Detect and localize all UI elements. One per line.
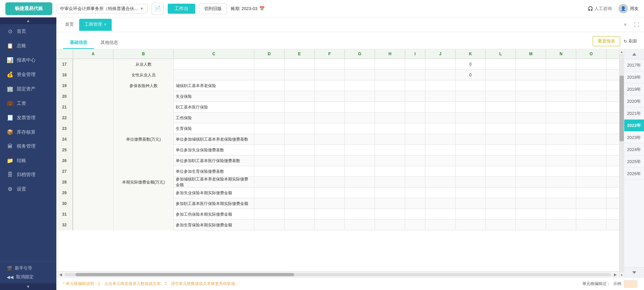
cell-32-p[interactable] (606, 220, 619, 230)
cell-19-j[interactable] (425, 80, 455, 91)
cell-26-f[interactable] (315, 155, 345, 166)
cell-25-g[interactable] (345, 145, 375, 155)
cell-28-g[interactable] (345, 177, 375, 188)
sidebar-item-salary[interactable]: 💼 工资 (0, 96, 56, 111)
cell-30-o[interactable] (576, 198, 606, 209)
cell-21-h[interactable] (375, 102, 405, 113)
cell-25-c[interactable]: 单位参加失业保险缴费基数 (174, 145, 254, 155)
cell-19-e[interactable] (284, 80, 315, 91)
cell-29-h[interactable] (375, 188, 405, 198)
subtab-basic[interactable]: 基础信息 (63, 37, 94, 49)
cell-17-n[interactable] (546, 59, 576, 70)
cell-17-k[interactable]: 0 (455, 59, 486, 70)
cell-31-m[interactable] (516, 209, 546, 220)
cell-24-j[interactable] (425, 134, 455, 145)
scroll-down-arrow[interactable]: ▼ (620, 273, 624, 277)
cell-18-f[interactable] (315, 70, 345, 80)
cell-29-o[interactable] (576, 188, 606, 198)
cell-19-m[interactable] (516, 80, 546, 91)
cell-29-m[interactable] (516, 188, 546, 198)
cell-24-m[interactable] (516, 134, 546, 145)
cell-22-i[interactable] (405, 113, 425, 123)
cell-19-a[interactable] (73, 80, 113, 91)
cell-25-e[interactable] (284, 145, 315, 155)
cell-22-n[interactable] (546, 113, 576, 123)
cell-23-g[interactable] (345, 123, 375, 134)
cell-30-k[interactable] (455, 198, 486, 209)
cell-29-c[interactable]: 参加失业保险本期实际缴费金额 (174, 188, 254, 198)
cell-27-h[interactable] (375, 166, 405, 177)
cell-19-o[interactable] (576, 80, 606, 91)
cell-17-a[interactable] (73, 59, 113, 70)
sidebar-item-unpin[interactable]: ◀◀ 取消固定 (7, 274, 50, 280)
cell-27-o[interactable] (576, 166, 606, 177)
cell-26-h[interactable] (375, 155, 405, 166)
cell-29-n[interactable] (546, 188, 576, 198)
sidebar-scroll-up[interactable]: ▲ (0, 17, 56, 24)
cell-26-n[interactable] (546, 155, 576, 166)
service-button[interactable]: 🎧 人工咨询 (588, 6, 612, 12)
cell-30-f[interactable] (315, 198, 345, 209)
cell-30-i[interactable] (405, 198, 425, 209)
cell-17-b[interactable]: 从业人数 (113, 59, 174, 70)
cell-18-k[interactable]: 0 (455, 70, 486, 80)
cell-28-i[interactable] (405, 177, 425, 188)
cell-21-j[interactable] (425, 102, 455, 113)
cell-30-n[interactable] (546, 198, 576, 209)
vertical-scrollbar[interactable]: ▲ ▼ (619, 49, 624, 277)
cell-28-l[interactable] (486, 177, 516, 188)
cell-28-e[interactable] (284, 177, 315, 188)
cell-24-c[interactable]: 单位参加城镇职工基本养老保险缴费基数 (174, 134, 254, 145)
cell-21-l[interactable] (486, 102, 516, 113)
cell-25-a[interactable] (73, 145, 113, 155)
refresh-button[interactable]: ↻ 刷新 (624, 38, 637, 44)
cell-28-c[interactable]: 参加城镇职工基本养老保险本期实际缴费金额 (174, 177, 254, 188)
cell-17-j[interactable] (425, 59, 455, 70)
cell-27-d[interactable] (254, 166, 284, 177)
horizontal-scrollbar[interactable]: ◀ ▶ (56, 271, 619, 277)
cell-30-c[interactable]: 参加职工基本医疗保险本期实际缴费金额 (174, 198, 254, 209)
cell-18-g[interactable] (345, 70, 375, 80)
cell-22-g[interactable] (345, 113, 375, 123)
cell-17-d[interactable] (254, 59, 284, 70)
cell-24-i[interactable] (405, 134, 425, 145)
cell-27-j[interactable] (425, 166, 455, 177)
subtab-other[interactable]: 其他信息 (94, 37, 125, 49)
sidebar-item-ledger[interactable]: 📋 总账 (0, 39, 56, 53)
year-item-2020[interactable]: 2020年 (624, 95, 644, 107)
sidebar-item-home[interactable]: ⊙ 首页 (0, 24, 56, 39)
cell-30-j[interactable] (425, 198, 455, 209)
cell-22-a[interactable] (73, 113, 113, 123)
cell-18-h[interactable] (375, 70, 405, 80)
cell-23-i[interactable] (405, 123, 425, 134)
cell-30-g[interactable] (345, 198, 375, 209)
cell-30-a[interactable] (73, 198, 113, 209)
cell-30-m[interactable] (516, 198, 546, 209)
cell-20-m[interactable] (516, 91, 546, 102)
doc-icon[interactable]: 📄 (152, 3, 164, 15)
cell-19-i[interactable] (405, 80, 425, 91)
year-item-2017[interactable]: 2017年 (624, 59, 644, 71)
cell-17-m[interactable] (516, 59, 546, 70)
cell-24-h[interactable] (375, 134, 405, 145)
cell-27-a[interactable] (73, 166, 113, 177)
cell-18-c[interactable] (174, 70, 254, 80)
cell-26-k[interactable] (455, 155, 486, 166)
year-item-2025[interactable]: 2025年 (624, 156, 644, 168)
sidebar-item-closing[interactable]: 📁 结账 (0, 153, 56, 168)
tab-home[interactable]: 首页 (60, 19, 79, 31)
cell-22-j[interactable] (425, 113, 455, 123)
cell-17-g[interactable] (345, 59, 375, 70)
cell-31-i[interactable] (405, 209, 425, 220)
cell-27-p[interactable] (606, 166, 619, 177)
cell-32-k[interactable] (455, 220, 486, 230)
cell-31-c[interactable]: 参加工伤保险本期实际缴费金额 (174, 209, 254, 220)
sidebar-item-tax[interactable]: 🏛 税务管理 (0, 139, 56, 153)
cell-26-i[interactable] (405, 155, 425, 166)
cell-28-d[interactable] (254, 177, 284, 188)
cell-20-n[interactable] (546, 91, 576, 102)
cell-26-e[interactable] (284, 155, 315, 166)
cell-26-g[interactable] (345, 155, 375, 166)
cell-18-o[interactable] (576, 70, 606, 80)
cell-24-b[interactable]: 单位缴费基数(万元) (113, 134, 174, 145)
